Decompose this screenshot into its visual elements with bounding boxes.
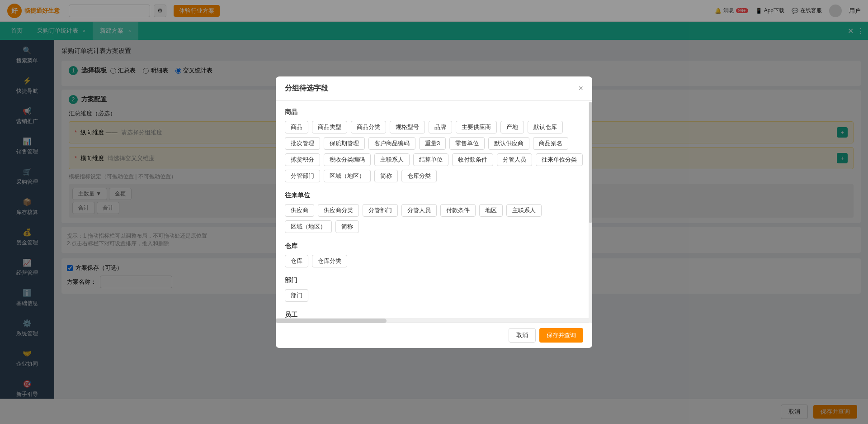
tag-supplier[interactable]: 供应商 (285, 204, 314, 217)
tag-default-supplier[interactable]: 默认供应商 (488, 137, 529, 150)
modal-cancel-btn[interactable]: 取消 (509, 328, 536, 343)
section-product: 商品 商品 商品类型 商品分类 规格型号 品牌 主要供应商 产地 默认仓库 批次… (285, 108, 583, 182)
section-warehouse-tags: 仓库 仓库分类 (285, 255, 583, 267)
tag-product-category[interactable]: 商品分类 (351, 121, 386, 133)
section-counterparty-tags: 供应商 供应商分类 分管部门 分管人员 付款条件 地区 主联系人 区域（地区） … (285, 204, 583, 233)
tag-warehouse-category[interactable]: 仓库分类 (401, 170, 437, 182)
tag-transaction-category[interactable]: 往来单位分类 (536, 153, 583, 166)
section-counterparty: 往来单位 供应商 供应商分类 分管部门 分管人员 付款条件 地区 主联系人 区域… (285, 191, 583, 233)
tag-short-name-product[interactable]: 简称 (374, 170, 398, 182)
tag-tax-code[interactable]: 税收分类编码 (324, 153, 371, 166)
section-dept-tags: 部门 (285, 289, 583, 302)
section-staff-title: 员工 (285, 311, 583, 319)
tag-area-cp[interactable]: 区域（地区） (285, 220, 332, 233)
tag-supervisor[interactable]: 分管人员 (497, 153, 532, 166)
tag-supplier-category[interactable]: 供应商分类 (318, 204, 359, 217)
modal-footer: 取消 保存并查询 (276, 322, 592, 348)
tag-batch-mgmt[interactable]: 批次管理 (285, 137, 320, 150)
tag-origin[interactable]: 产地 (500, 121, 524, 133)
section-product-tags: 商品 商品类型 商品分类 规格型号 品牌 主要供应商 产地 默认仓库 批次管理 … (285, 121, 583, 182)
tag-pick-points[interactable]: 拣货积分 (285, 153, 320, 166)
modal-close-btn[interactable]: × (578, 84, 583, 93)
tag-warehouse-cat[interactable]: 仓库分类 (312, 255, 347, 267)
tag-retail-unit[interactable]: 零售单位 (449, 137, 485, 150)
tag-spec-model[interactable]: 规格型号 (390, 121, 425, 133)
tag-main-supplier[interactable]: 主要供应商 (456, 121, 497, 133)
section-counterparty-title: 往来单位 (285, 191, 583, 200)
tag-payment-cp[interactable]: 付款条件 (440, 204, 476, 217)
tag-default-warehouse[interactable]: 默认仓库 (528, 121, 563, 133)
section-warehouse-title: 仓库 (285, 242, 583, 250)
modal-title: 分组待选字段 (285, 84, 328, 93)
tag-manager-cp[interactable]: 分管人员 (401, 204, 437, 217)
tag-region-product[interactable]: 区域（地区） (324, 170, 371, 182)
tag-region-cp[interactable]: 地区 (479, 204, 503, 217)
modal-h-scrollbar[interactable] (276, 318, 592, 322)
modal-body: 商品 商品 商品类型 商品分类 规格型号 品牌 主要供应商 产地 默认仓库 批次… (276, 101, 592, 319)
tag-dept[interactable]: 部门 (285, 289, 308, 302)
modal-header: 分组待选字段 × (276, 76, 592, 101)
tag-customer-code[interactable]: 客户商品编码 (368, 137, 415, 150)
tag-brand[interactable]: 品牌 (429, 121, 452, 133)
modal-overlay: 分组待选字段 × 商品 商品 商品类型 商品分类 规格型号 品牌 主要供应商 产… (0, 0, 868, 424)
tag-expiry-mgmt[interactable]: 保质期管理 (324, 137, 365, 150)
tag-dept-cp[interactable]: 分管部门 (363, 204, 398, 217)
field-selection-modal: 分组待选字段 × 商品 商品 商品类型 商品分类 规格型号 品牌 主要供应商 产… (276, 76, 592, 348)
tag-payment-terms[interactable]: 收付款条件 (452, 153, 493, 166)
section-dept: 部门 部门 (285, 276, 583, 302)
section-staff: 员工 业务员 (285, 311, 583, 319)
tag-product[interactable]: 商品 (285, 121, 308, 133)
tag-main-contact-cp[interactable]: 主联系人 (506, 204, 542, 217)
section-product-title: 商品 (285, 108, 583, 116)
section-dept-title: 部门 (285, 276, 583, 285)
tag-product-alias[interactable]: 商品别名 (533, 137, 568, 150)
tag-warehouse[interactable]: 仓库 (285, 255, 308, 267)
tag-main-contact[interactable]: 主联系人 (374, 153, 410, 166)
tag-short-name-cp[interactable]: 简称 (335, 220, 359, 233)
tag-weight3[interactable]: 重量3 (419, 137, 446, 150)
tag-settlement-unit[interactable]: 结算单位 (413, 153, 448, 166)
modal-confirm-btn[interactable]: 保存并查询 (539, 328, 583, 343)
tag-product-type[interactable]: 商品类型 (312, 121, 347, 133)
section-warehouse: 仓库 仓库 仓库分类 (285, 242, 583, 267)
tag-dept-mgmt[interactable]: 分管部门 (285, 170, 320, 182)
